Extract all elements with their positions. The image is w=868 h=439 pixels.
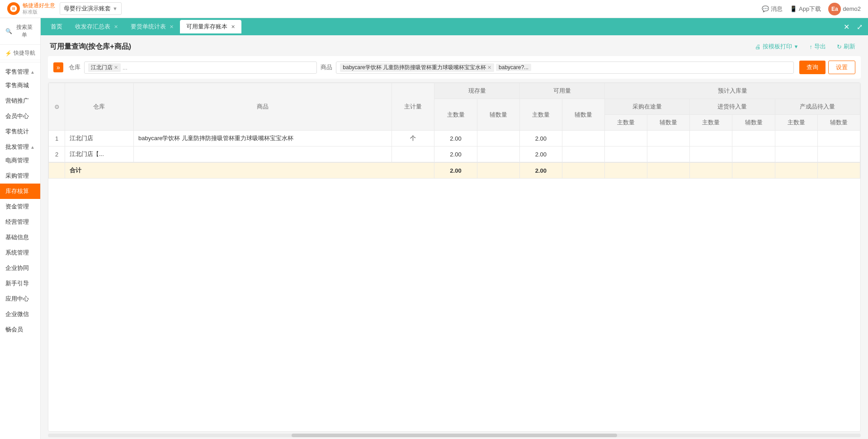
row-pp-aux-0	[817, 131, 860, 146]
sidebar-item-guide-label: 新手引导	[5, 279, 29, 288]
scrollbar-area	[41, 432, 868, 439]
sidebar-item-purchase[interactable]: 采购管理	[0, 168, 40, 184]
search-icon: 🔍	[5, 28, 12, 34]
sidebar-item-appcenter[interactable]: 应用中心	[0, 291, 40, 307]
table-container: ⚙ 仓库 商品 主计量 现存量	[48, 82, 861, 432]
th-available-group: 可用量	[519, 83, 604, 99]
message-icon: 💬	[762, 5, 769, 12]
scroll-track[interactable]	[48, 434, 861, 437]
page-content: 可用量查询(按仓库+商品) 🖨 按模板打印 ▼ ↑ 导出 ↻ 刷新	[41, 35, 868, 439]
top-bar-left: 畅捷通好生意 标准版 母婴行业演示账套 ▼	[7, 2, 122, 15]
app-download-btn[interactable]: 📱 App下载	[790, 5, 821, 13]
quick-nav-label: 快捷导航	[14, 49, 35, 57]
gear-icon[interactable]: ⚙	[54, 104, 60, 110]
logo-sub: 标准版	[23, 9, 55, 15]
tab-fullscreen-btn[interactable]: ⤢	[855, 21, 864, 33]
sidebar-group-retail[interactable]: 零售管理 ▲	[0, 64, 40, 78]
sidebar-item-ops[interactable]: 经营管理	[0, 214, 40, 230]
row-cur-aux-1	[477, 146, 519, 163]
query-btn[interactable]: 查询	[799, 61, 826, 74]
th-settings: ⚙	[49, 83, 65, 131]
row-avail-main-0: 2.00	[519, 131, 562, 146]
user-area[interactable]: Ea demo2	[828, 3, 861, 15]
export-btn[interactable]: ↑ 导出	[806, 41, 830, 52]
inventory-table: ⚙ 仓库 商品 主计量 现存量	[48, 83, 860, 179]
message-btn[interactable]: 💬 消息	[762, 5, 783, 13]
wholesale-arrow-icon: ▲	[30, 145, 35, 150]
tab-bar-actions: ✕ ⤢	[842, 21, 864, 33]
sidebar-item-base[interactable]: 基础信息	[0, 230, 40, 245]
tab-recv-send-close[interactable]: ✕	[114, 24, 118, 30]
user-name: demo2	[843, 5, 861, 12]
sidebar-item-inventory-label: 库存核算	[5, 187, 29, 195]
tab-recv-send[interactable]: 收发存汇总表 ✕	[69, 20, 124, 33]
sidebar-item-ecommerce-label: 电商管理	[5, 156, 29, 165]
footer-pp-aux	[817, 162, 860, 179]
scroll-thumb[interactable]	[292, 434, 617, 437]
tab-home[interactable]: 首页	[44, 20, 69, 33]
search-menu-label: 搜索菜单	[14, 24, 35, 39]
export-icon: ↑	[810, 43, 813, 50]
sidebar-item-corp[interactable]: 企业协同	[0, 260, 40, 276]
tab-close-all-btn[interactable]: ✕	[842, 21, 851, 33]
product-filter-input[interactable]: babycare学饮杯 儿童防摔防撞吸管杯重力球吸嘴杯宝宝水杯 ✕ babyca…	[336, 61, 794, 74]
warehouse-filter-input[interactable]: 江北门店 ✕ ...	[84, 61, 317, 74]
footer-pp-main	[775, 162, 817, 179]
row-cur-main-0: 2.00	[434, 131, 477, 146]
sidebar-item-sys[interactable]: 系统管理	[0, 245, 40, 260]
top-bar-right: 💬 消息 📱 App下载 Ea demo2	[762, 3, 861, 15]
store-selector[interactable]: 母婴行业演示账套 ▼	[60, 2, 122, 15]
print-btn[interactable]: 🖨 按模板打印 ▼	[751, 41, 802, 52]
footer-empty-1	[49, 162, 65, 179]
sidebar-item-member[interactable]: 会员中心	[0, 109, 40, 124]
content-area: 首页 收发存汇总表 ✕ 要货单统计表 ✕ 可用量库存账本 ✕ ✕ ⤢	[41, 18, 868, 439]
warehouse-tag-close[interactable]: ✕	[114, 65, 118, 71]
tab-available-inv[interactable]: 可用量库存账本 ✕	[180, 20, 241, 33]
sidebar: 🔍 搜索菜单 ⚡ 快捷导航 零售管理 ▲ 零售商城 营销推广 会员中心	[0, 18, 41, 439]
logo-area: 畅捷通好生意 标准版	[7, 2, 55, 15]
warehouse-tag-label: 江北门店	[91, 64, 113, 71]
quick-nav-btn[interactable]: ⚡ 快捷导航	[0, 47, 40, 60]
footer-pt-aux	[647, 162, 690, 179]
th-available-aux-qty: 辅数量	[562, 99, 604, 131]
sidebar-item-guide[interactable]: 新手引导	[0, 276, 40, 291]
filter-expand-btn[interactable]: »	[53, 62, 63, 72]
footer-ip-aux	[732, 162, 775, 179]
wholesale-mgmt-label: 批发管理	[5, 143, 29, 151]
page-title: 可用量查询(按仓库+商品)	[50, 42, 131, 52]
sidebar-item-vip[interactable]: 畅会员	[0, 322, 40, 337]
product-tag-2: babycare?...	[496, 64, 531, 71]
phone-icon: 📱	[790, 5, 797, 12]
row-ip-aux-1	[732, 146, 775, 163]
sidebar-item-retail-mall[interactable]: 零售商城	[0, 78, 40, 93]
product-tag-1-close[interactable]: ✕	[487, 65, 491, 71]
th-production-pending-group: 产成品待入量	[775, 99, 860, 115]
tab-order-stats-close[interactable]: ✕	[170, 24, 174, 30]
sidebar-item-inventory[interactable]: 库存核算	[0, 184, 40, 199]
footer-available-aux	[562, 162, 604, 179]
refresh-btn[interactable]: ↻ 刷新	[833, 41, 859, 52]
sidebar-item-retail-stats[interactable]: 零售统计	[0, 124, 40, 139]
tab-available-inv-close[interactable]: ✕	[231, 24, 235, 30]
th-planned-inbound-group: 预计入库量	[605, 83, 860, 99]
sidebar-search-area: 🔍 搜索菜单	[0, 18, 40, 45]
setting-btn[interactable]: 设置	[828, 61, 855, 74]
print-label: 按模板打印	[763, 42, 792, 51]
sidebar-item-vip-label: 畅会员	[5, 326, 23, 334]
row-pp-main-1	[775, 146, 817, 163]
sidebar-section: 零售管理 ▲ 零售商城 营销推广 会员中心 零售统计 批发管理 ▲ 电商管理	[0, 62, 40, 339]
th-available-main-qty: 主数量	[519, 99, 562, 131]
th-incoming-aux: 辅数量	[732, 115, 775, 131]
logo-icon	[7, 2, 20, 15]
sidebar-item-purchase-label: 采购管理	[5, 172, 29, 180]
sidebar-item-finance[interactable]: 资金管理	[0, 199, 40, 214]
sidebar-group-wholesale[interactable]: 批发管理 ▲	[0, 139, 40, 153]
row-ip-main-0	[690, 131, 732, 146]
sidebar-item-ecommerce[interactable]: 电商管理	[0, 153, 40, 168]
tab-order-stats[interactable]: 要货单统计表 ✕	[124, 20, 180, 33]
table-row: 2 江北门店【... 2.00 2.00	[49, 146, 860, 163]
warehouse-dots: ...	[123, 64, 127, 71]
sidebar-item-marketing[interactable]: 营销推广	[0, 93, 40, 109]
sidebar-item-wechat[interactable]: 企业微信	[0, 307, 40, 322]
search-menu-btn[interactable]: 🔍 搜索菜单	[4, 22, 37, 41]
